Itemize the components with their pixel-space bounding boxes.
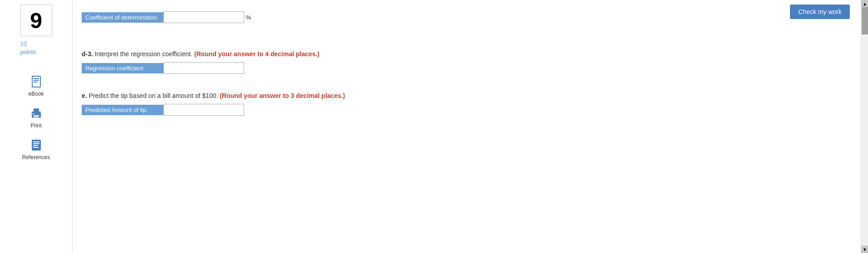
e-heading: e. Predict the tip based on a bill amoun… [82,92,859,99]
points-number: 10 [20,40,52,48]
regression-label: Regression coefficient [82,63,163,73]
sidebar-tools: eBook Print [0,70,72,165]
d3-heading: d-3. Interpret the regression coefficien… [82,50,859,58]
ebook-icon [29,74,44,89]
svg-rect-12 [33,143,39,144]
svg-rect-14 [33,147,39,148]
svg-rect-6 [34,108,39,112]
sidebar: 9 10 points eBook [0,0,73,253]
svg-rect-4 [34,82,37,83]
sidebar-item-print[interactable]: Print [0,102,72,133]
scrollbar-thumb[interactable] [862,7,868,34]
print-label: Print [30,122,42,129]
sidebar-item-ebook[interactable]: eBook [0,70,72,102]
predicted-label: Predicted Amount of tip [82,105,163,115]
sidebar-item-references[interactable]: References [0,133,72,165]
regression-row: Regression coefficient [82,62,859,74]
d3-instruction: (Round your answer to 4 decimal places.) [194,50,319,58]
regression-input[interactable] [163,62,244,74]
scrollbar-up-arrow[interactable]: ▲ [861,0,868,7]
points-label: 10 points [20,40,52,56]
page-container: 9 10 points eBook [0,0,868,253]
svg-rect-11 [33,141,39,142]
e-text: Predict the tip based on a bill amount o… [89,92,220,99]
svg-rect-8 [34,117,39,117]
print-icon [29,106,44,121]
question-number-box: 9 [20,5,52,36]
d3-text: Interpret the regression coefficient. [95,50,194,58]
coefficient-input[interactable] [163,11,244,23]
predicted-row: Predicted Amount of tip [82,104,859,116]
main-content: Check my work Coefficient of determinati… [73,0,868,253]
references-label: References [22,154,50,161]
scrollbar-track: ▲ ▼ [861,0,868,253]
d3-section: d-3. Interpret the regression coefficien… [82,50,859,74]
coefficient-unit: % [246,14,251,21]
svg-rect-2 [34,78,39,79]
ebook-label: eBook [28,91,44,97]
e-part-label: e. [82,92,87,99]
svg-rect-3 [34,80,39,81]
e-section: e. Predict the tip based on a bill amoun… [82,92,859,116]
question-number: 9 [30,8,42,33]
coefficient-section: Coefficient of determination % [82,11,859,23]
coefficient-label: Coefficient of determination [82,12,163,23]
check-my-work-button[interactable]: Check my work [790,5,850,19]
svg-rect-7 [34,115,39,116]
coefficient-row: Coefficient of determination % [82,11,859,23]
predicted-input[interactable] [163,104,244,116]
e-instruction: (Round your answer to 3 decimal places.) [220,92,345,99]
references-icon [29,138,44,152]
scrollbar-down-arrow[interactable]: ▼ [861,246,868,253]
points-text: points [20,48,52,56]
d3-part-label: d-3. [82,50,93,58]
svg-rect-13 [33,145,38,146]
svg-point-9 [32,113,34,115]
